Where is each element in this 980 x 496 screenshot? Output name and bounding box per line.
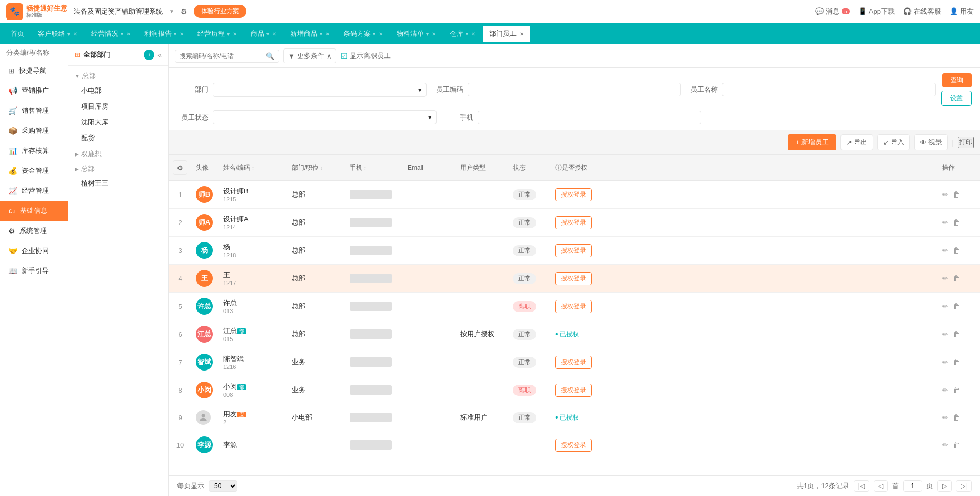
add-employee-button[interactable]: + 新增员工	[788, 134, 836, 150]
set-button[interactable]: 设置	[941, 91, 972, 106]
empcode-input[interactable]	[468, 83, 681, 96]
empname-input[interactable]	[722, 83, 936, 96]
col-phone[interactable]: 手机	[345, 155, 403, 181]
edit-button[interactable]: ✏	[942, 302, 948, 310]
search-box[interactable]: 🔍	[175, 50, 279, 63]
auth-button[interactable]: 授权登录	[555, 439, 592, 452]
dept-node-zhishu[interactable]: 植树王三	[68, 176, 168, 191]
edit-button[interactable]: ✏	[942, 386, 948, 394]
tab-new-product[interactable]: 新增商品▾✕	[284, 26, 336, 42]
close-icon[interactable]: ✕	[471, 31, 476, 37]
more-filter-button[interactable]: ▼ 更多条件 ∧	[283, 48, 336, 63]
last-page-button[interactable]: ▷|	[956, 480, 972, 492]
close-icon[interactable]: ✕	[325, 31, 330, 37]
per-page-select[interactable]: 50 100 200	[209, 480, 237, 492]
delete-button[interactable]: 🗑	[953, 441, 960, 449]
sidebar-item-finance[interactable]: 💰 资金管理	[0, 161, 68, 181]
delete-button[interactable]: 🗑	[953, 218, 960, 227]
close-icon[interactable]: ✕	[73, 31, 77, 37]
dept-node-xiaodian[interactable]: 小电部	[68, 83, 168, 99]
view-button[interactable]: 👁 视景	[914, 134, 948, 150]
table-settings-icon[interactable]: ⚙	[173, 160, 187, 175]
dept-collapse-icon[interactable]: «	[157, 51, 162, 59]
close-icon[interactable]: ✕	[379, 31, 383, 37]
sidebar-item-basic[interactable]: 🗂 基础信息	[0, 201, 68, 221]
import-button[interactable]: ↙ 导入	[877, 134, 910, 150]
tab-history[interactable]: 经营历程▾✕	[191, 26, 243, 42]
auth-button[interactable]: 授权登录	[555, 384, 592, 397]
tab-home[interactable]: 首页	[4, 26, 31, 42]
tab-bom[interactable]: 物料清单▾✕	[390, 26, 442, 42]
edit-button[interactable]: ✏	[942, 441, 948, 449]
edit-button[interactable]: ✏	[942, 218, 948, 227]
col-dept[interactable]: 部门/职位	[288, 155, 345, 181]
tab-warehouse[interactable]: 仓库▾✕	[443, 26, 482, 42]
dept-group-zongbu[interactable]: ▼ 总部	[68, 68, 168, 83]
col-name[interactable]: 姓名/编码	[219, 155, 288, 181]
auth-button[interactable]: 授权登录	[555, 272, 592, 285]
first-page-button[interactable]: |◁	[854, 480, 869, 492]
delete-button[interactable]: 🗑	[953, 302, 960, 310]
page-number-input[interactable]	[903, 480, 922, 492]
sidebar-item-marketing[interactable]: 📢 营销推广	[0, 81, 68, 101]
delete-button[interactable]: 🗑	[953, 274, 960, 283]
delete-button[interactable]: 🗑	[953, 190, 960, 199]
online-service-button[interactable]: 🎧 在线客服	[903, 7, 941, 16]
search-input[interactable]	[180, 52, 264, 60]
dept-node-peihuo[interactable]: 配货	[68, 130, 168, 146]
sidebar-item-sales[interactable]: 🛒 销售管理	[0, 101, 68, 121]
auth-button[interactable]: 授权登录	[555, 188, 592, 201]
auth-button[interactable]: 授权登录	[555, 244, 592, 257]
dept-node-xiangmu[interactable]: 项目库房	[68, 99, 168, 114]
phone-input[interactable]	[478, 111, 701, 124]
close-icon[interactable]: ✕	[126, 31, 131, 37]
sidebar-item-system[interactable]: ⚙ 系统管理	[0, 221, 68, 241]
gear-icon[interactable]: ⚙	[181, 7, 187, 16]
export-button[interactable]: ↗ 导出	[840, 134, 873, 150]
edit-button[interactable]: ✏	[942, 246, 948, 255]
tab-customer[interactable]: 客户联络▾✕	[32, 26, 84, 42]
edit-button[interactable]: ✏	[942, 358, 948, 366]
show-resigned-toggle[interactable]: ☑ 显示离职员工	[341, 51, 391, 61]
auth-button[interactable]: 授权登录	[555, 300, 592, 313]
tab-operation[interactable]: 经营情况▾✕	[85, 26, 137, 42]
col-settings[interactable]: ⚙	[169, 155, 192, 181]
user-menu[interactable]: 👤 用友	[949, 7, 974, 16]
system-dropdown-arrow[interactable]: ▼	[169, 8, 174, 14]
delete-button[interactable]: 🗑	[953, 386, 960, 394]
delete-button[interactable]: 🗑	[953, 330, 960, 338]
message-button[interactable]: 💬 消息 5	[815, 7, 850, 16]
edit-button[interactable]: ✏	[942, 190, 948, 199]
dept-group-shuangluxiang[interactable]: ▶ 双鹿想	[68, 146, 168, 161]
empstatus-select[interactable]: ▾	[213, 110, 437, 124]
auth-button[interactable]: 授权登录	[555, 356, 592, 369]
dept-node-shenyang[interactable]: 沈阳大库	[68, 114, 168, 130]
close-icon[interactable]: ✕	[233, 31, 237, 37]
sidebar-item-enterprise[interactable]: 🤝 企业协同	[0, 241, 68, 261]
tab-employee[interactable]: 部门员工✕	[483, 26, 530, 42]
tab-barcode[interactable]: 条码方案▾✕	[337, 26, 389, 42]
sidebar-item-operation[interactable]: 📈 经营管理	[0, 181, 68, 201]
query-button[interactable]: 查询	[942, 73, 972, 87]
close-icon[interactable]: ✕	[520, 31, 524, 37]
sidebar-item-purchase[interactable]: 📦 采购管理	[0, 121, 68, 141]
close-icon[interactable]: ✕	[272, 31, 276, 37]
edit-button[interactable]: ✏	[942, 330, 948, 338]
sidebar-search-input[interactable]	[6, 48, 68, 56]
close-icon[interactable]: ✕	[180, 31, 184, 37]
tab-product[interactable]: 商品▾✕	[244, 26, 283, 42]
tab-profit[interactable]: 利润报告▾✕	[138, 26, 190, 42]
sidebar-item-guide[interactable]: 📖 新手引导	[0, 261, 68, 281]
edit-button[interactable]: ✏	[942, 413, 948, 422]
dept-add-icon[interactable]: +	[144, 50, 154, 60]
app-download-button[interactable]: 📱 App下载	[858, 7, 895, 16]
sidebar-search[interactable]: 🔍	[0, 44, 68, 61]
edit-button[interactable]: ✏	[942, 274, 948, 283]
dept-select[interactable]: ▾	[213, 83, 427, 97]
delete-button[interactable]: 🗑	[953, 246, 960, 255]
delete-button[interactable]: 🗑	[953, 358, 960, 366]
dept-group-zongbu2[interactable]: ▶ 总部	[68, 161, 168, 176]
auth-button[interactable]: 授权登录	[555, 216, 592, 229]
sidebar-item-inventory[interactable]: 📊 库存核算	[0, 141, 68, 161]
print-button[interactable]: 打印	[958, 137, 974, 148]
